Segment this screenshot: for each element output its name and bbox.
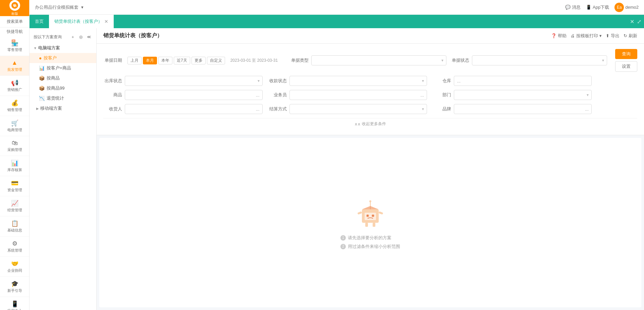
user-profile[interactable]: Ea demo2 [614, 3, 639, 12]
filter-area: 单据日期 上月 本月 本年 近7天 更多 自定义 2023-03-01 至 20… [97, 44, 644, 135]
edit-plan-btn[interactable]: ◎ [77, 34, 84, 40]
quick-nav-label[interactable]: 快捷导航 [7, 29, 23, 35]
sidebar-item-newbie[interactable]: 🎓 新手引导 [0, 277, 29, 297]
search-menu-label[interactable]: 搜索菜单 [7, 19, 23, 24]
filter-warehouse: 仓库 ... [432, 76, 592, 86]
sidebar-item-basic[interactable]: 📋 基础信息 [0, 216, 29, 237]
last-7days-btn[interactable]: 近7天 [174, 57, 190, 64]
plan-by-product[interactable]: 📦 按商品 [30, 73, 96, 83]
collapse-btn[interactable]: ∧∧ 收起更多条件 [355, 121, 386, 127]
newbie-label: 新手引导 [7, 288, 22, 293]
filter-receiver: 收货人 ... [103, 104, 263, 114]
sidebar-search[interactable]: 搜索菜单 [0, 16, 29, 28]
salesperson-select[interactable]: ... [289, 90, 427, 100]
settlement-select[interactable]: ▾ [289, 104, 427, 114]
tab-home[interactable]: 首页 [30, 15, 49, 28]
warehouse-select[interactable]: ... [454, 76, 592, 86]
warehouse-label: 仓库 [432, 78, 451, 84]
retail-label: 零售管理 [7, 47, 22, 52]
export-btn[interactable]: ⬆ 导出 [606, 33, 620, 39]
by-product-icon: 📦 [39, 75, 45, 81]
out-status-select[interactable]: ▾ [125, 76, 263, 86]
filter-settlement: 结算方式 ▾ [268, 104, 427, 114]
filter-right-section: 单据类型 ▾ 单据状态 ▾ [290, 55, 607, 65]
sidebar-item-retail[interactable]: 🏪 零售管理 [0, 36, 29, 56]
this-month-btn[interactable]: 本月 [143, 57, 157, 64]
right-panel: 销货单统计表（按客户） ❓ 帮助 🖨 按模板打印 ▾ ⬆ 导出 [97, 28, 644, 310]
enterprise-icon: 🤝 [11, 260, 18, 267]
left-panel: 按以下方案查询 ＋ ◎ ≪ ▼ 电脑端方案 ● 按客户 📊 按 [30, 28, 97, 310]
sidebar-item-wholesale[interactable]: ▲ 批发管理 [0, 56, 29, 76]
download-icon: 📱 [586, 5, 591, 10]
settings-btn[interactable]: 设置 [615, 61, 637, 72]
plan-by-customer[interactable]: ● 按客户 [30, 53, 96, 63]
order-status-select[interactable]: ▾ [472, 55, 607, 65]
sidebar-item-ecommerce[interactable]: 🛒 电商管理 [0, 116, 29, 136]
filter-row-4: 收货人 ... 结算方式 ▾ 品牌 [103, 104, 637, 114]
messages-btn[interactable]: 💬 消息 [565, 4, 581, 10]
sidebar-item-system[interactable]: ⚙ 系统管理 [0, 237, 29, 257]
query-btn[interactable]: 查询 [615, 49, 637, 59]
filter-collect-status: 收款状态 ▾ [268, 76, 427, 86]
date-range-display: 2023-03-01 至 2023-03-31 [230, 58, 278, 63]
ecommerce-label: 电商管理 [7, 127, 22, 133]
warehouse-placeholder: ... [457, 79, 461, 84]
desktop-group: ▼ 电脑端方案 ● 按客户 📊 按客户+商品 📦 按商品 📦 按商品9 [30, 43, 96, 103]
tab-sales-stats[interactable]: 销货单统计表（按客户） ✕ [49, 15, 114, 28]
svg-rect-10 [373, 223, 375, 227]
last-month-btn[interactable]: 上月 [127, 57, 142, 64]
window-close-btn[interactable]: ✕ [630, 18, 634, 25]
print-dropdown-icon[interactable]: ▾ [599, 33, 602, 38]
refresh-btn[interactable]: ↻ 刷新 [624, 33, 637, 39]
print-btn[interactable]: 🖨 按模板打印 ▾ [571, 33, 602, 39]
collect-status-select[interactable]: ▾ [289, 76, 427, 86]
sidebar-item-enterprise[interactable]: 🤝 企业协同 [0, 257, 29, 277]
product-select[interactable]: ... [125, 90, 263, 100]
window-maximize-btn[interactable]: ⤢ [637, 18, 641, 25]
sidebar-item-marketing[interactable]: 📢 营销推广 [0, 76, 29, 96]
page-header: 销货单统计表（按客户） ❓ 帮助 🖨 按模板打印 ▾ ⬆ 导出 [97, 28, 644, 44]
help-btn[interactable]: ❓ 帮助 [551, 33, 567, 39]
collapse-panel-btn[interactable]: ≪ [86, 34, 92, 40]
plan-by-product99[interactable]: 📦 按商品99 [30, 83, 96, 93]
empty-tip-2: 2 用过滤条件来缩小分析范围 [340, 244, 400, 250]
filter-product: 商品 ... [103, 90, 263, 100]
sidebar-item-sales[interactable]: 💰 销售管理 [0, 96, 29, 116]
order-type-select[interactable]: ▾ [311, 55, 446, 65]
department-select[interactable]: ▾ [454, 90, 592, 100]
receiver-select[interactable]: ... [125, 104, 263, 114]
return-stats-icon: 📉 [39, 96, 45, 101]
logo-icon: 畅 [9, 0, 20, 11]
desktop-group-header[interactable]: ▼ 电脑端方案 [30, 43, 96, 53]
collapse-bar[interactable]: ∧∧ 收起更多条件 [103, 118, 637, 130]
tip-number-2: 2 [340, 244, 346, 249]
this-year-btn[interactable]: 本年 [158, 57, 172, 64]
operations-icon: 📈 [11, 200, 18, 207]
desktop-group-label: 电脑端方案 [38, 45, 60, 51]
more-btn[interactable]: 更多 [192, 57, 206, 64]
username: demo2 [625, 5, 639, 10]
header-dropdown-icon[interactable]: ▾ [81, 5, 84, 10]
mobile-group-header[interactable]: ▶ 移动端方案 [30, 103, 96, 113]
app-download-btn[interactable]: 📱 App下载 [586, 4, 609, 10]
left-panel-title: 按以下方案查询 [34, 34, 62, 40]
custom-btn[interactable]: 自定义 [207, 57, 225, 64]
sidebar-item-purchase[interactable]: 🛍 采购管理 [0, 136, 29, 156]
by-customer-label: 按客户 [44, 55, 57, 61]
brand-dots: ... [585, 107, 589, 112]
brand-select[interactable]: ... [454, 104, 592, 114]
sidebar-item-finance[interactable]: 💳 资金管理 [0, 176, 29, 196]
tip-text-1: 请先选择要分析的方案 [348, 235, 391, 241]
export-label: 导出 [611, 33, 620, 39]
by-product-label: 按商品 [47, 75, 60, 81]
add-plan-btn[interactable]: ＋ [69, 34, 76, 40]
sidebar-item-apps[interactable]: 📱 应用中心 [0, 297, 29, 310]
plan-return-stats[interactable]: 📉 退货统计 [30, 93, 96, 103]
quick-nav[interactable]: 快捷导航 [0, 28, 29, 36]
sidebar-item-inventory[interactable]: 📊 库存核算 [0, 156, 29, 176]
sidebar-item-operations[interactable]: 📈 经营管理 [0, 196, 29, 216]
svg-rect-9 [365, 223, 368, 227]
plan-by-customer-product[interactable]: 📊 按客户+商品 [30, 63, 96, 73]
tab-close-icon[interactable]: ✕ [104, 19, 108, 24]
sidebar-logo[interactable]: 畅 标版 [0, 0, 30, 16]
